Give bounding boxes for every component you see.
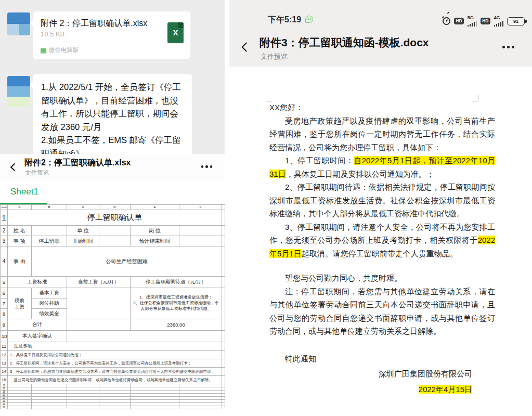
right-screenshot: 下午5:19 HD 5G HD 4G 91 附件3：停工留职通知函-模板.doc… xyxy=(229,0,532,416)
file-size: 10.5 KB xyxy=(41,30,183,38)
message-line: 1.从 2022/5/1 开始，全员签订《停工留职确认单》，目前经营困难，也没有… xyxy=(41,81,184,134)
status-time: 下午5:19 xyxy=(268,15,301,25)
left-screenshot: 附件 2：停工留职确认单.xlsx 10.5 KB X 微信电脑版 1.从 20… xyxy=(0,0,225,416)
document-body: XX您好： 受房地产政策趋严以及疫情肆虐的双重影响，公司当前生产经营困难，鉴于您… xyxy=(269,101,495,396)
wechat-icon xyxy=(305,16,313,23)
more-icon[interactable] xyxy=(502,46,514,48)
doc-title: 附件3：停工留职通知函-模板.docx xyxy=(259,35,429,50)
doc-paragraph: 受房地产政策趋严以及疫情肆虐的双重影响，公司当前生产经营困难，鉴于您所在岗位一定… xyxy=(269,114,495,154)
column-header-row: Excel AB CD EF xyxy=(1,205,225,210)
docx-preview-header: 下午5:19 HD 5G HD 4G 91 附件3：停工留职通知函-模板.doc… xyxy=(229,0,532,67)
table-row: 6 税前 工资 基本工资 1、按深圳市最低工资标准发放生活费； 2、社保公积金按… xyxy=(1,288,225,298)
more-icon[interactable] xyxy=(201,165,213,168)
table-row: 13 2、停工留职期间，请注意个人安全，公司将不再为您安排工作，您无须至公司办公… xyxy=(1,359,225,368)
hd-badge: HD xyxy=(481,18,490,24)
sheet-corner: Excel xyxy=(1,205,8,210)
table-row: 5 工资标准 当前工资（元/月） 停工留职期间待遇（元/月） xyxy=(1,277,225,288)
doc-paragraph: 3、停工留职期间，请注意个人安全，公司将不再为您安排工作，您无须至公司办公场所上… xyxy=(269,220,495,261)
table-row: 23 xyxy=(1,406,225,409)
doc-subtitle: 文件预览 xyxy=(261,52,288,61)
highlighted-text: 2022年4月15日 xyxy=(419,385,472,394)
spreadsheet: Excel AB CD EF 1 停工留职确认单 2 姓 名 单 位 岗 位 xyxy=(0,204,225,409)
wechat-chat-area: 附件 2：停工留职确认单.xlsx 10.5 KB X 微信电脑版 1.从 20… xyxy=(0,0,225,154)
table-row: 9 合计 2360.00 xyxy=(1,319,225,331)
doc-paragraph: XX您好： xyxy=(269,101,495,114)
back-icon[interactable] xyxy=(241,42,251,51)
excel-file-icon: X xyxy=(167,22,184,43)
doc-paragraph: 2、停工留职期间待遇：依据相关法律规定，停工留职期间按深圳市最低工资标准发放生活… xyxy=(269,180,495,220)
preview-subtitle: 文件预览 xyxy=(25,169,49,177)
table-row: 14 3、停工留职期间，若您需与其他单位建立劳动关系，请在与其他单位签署劳动合同… xyxy=(1,368,225,376)
chat-message-bubble: 1.从 2022/5/1 开始，全员签订《停工留职确认单》，目前经营困难，也没有… xyxy=(33,74,192,167)
signal-4g-icon: 4G xyxy=(494,16,504,27)
doc-date: 2022年4月15日 xyxy=(269,383,495,396)
table-row: 12 1、具体复工日期及安排以公司通知为准； xyxy=(1,351,225,359)
signal-5g-icon: 5G xyxy=(468,16,477,27)
xlsx-preview-header: 附件2：停工留职确认单.xlsx 文件预览 xyxy=(0,154,225,181)
doc-paragraph: 望您与公司勠力同心，共度时艰。 xyxy=(269,271,495,285)
preview-title: 附件2：停工留职确认单.xlsx xyxy=(24,158,131,168)
file-source-label: 微信电脑版 xyxy=(49,46,79,54)
doc-signature: 深圳广田集团股份有限公司 xyxy=(269,367,495,381)
wechat-desktop-icon xyxy=(41,48,46,53)
table-row: 10 本人签字确认 xyxy=(1,331,225,342)
hd-badge: HD xyxy=(454,18,463,24)
table-row: 3 事 项 停工留职 开始时间 预计结束时间 xyxy=(1,236,225,246)
file-attachment-card[interactable]: 附件 2：停工留职确认单.xlsx 10.5 KB X 微信电脑版 xyxy=(33,11,190,59)
back-icon[interactable] xyxy=(10,163,19,172)
table-row: 11 注意事项: xyxy=(1,342,225,351)
total-value: 2360.00 xyxy=(131,319,222,331)
avatar[interactable] xyxy=(7,12,30,35)
avatar[interactable] xyxy=(7,76,30,107)
divider xyxy=(41,43,183,43)
table-row: 15 且公司与您的劳动合同自您递交书面辞职申请、或与其他单位签订劳动合同，或与其… xyxy=(1,376,225,384)
doc-paragraph: 注：停工留职期间，若您需与其他单位建立劳动关系，请在与其他单位签署劳动合同前三天… xyxy=(269,285,495,338)
file-source: 微信电脑版 xyxy=(41,46,183,54)
doc-paragraph: 1、停工留职时间：自2022年5月1日起，预计至2022年10月31日，具体复工… xyxy=(269,154,495,180)
status-icons: HD 5G HD 4G 91 xyxy=(443,16,525,27)
file-name: 附件 2：停工留职确认单.xlsx xyxy=(41,18,183,29)
tab-sheet1[interactable]: Sheet1 xyxy=(10,187,38,197)
alarm-icon xyxy=(443,17,450,25)
battery-icon: 91 xyxy=(507,17,525,25)
sheet-tab-bar: Sheet1 xyxy=(0,181,225,204)
table-row: 4 事 由 公司生产经营困难 xyxy=(1,246,225,277)
table-row: 2 姓 名 单 位 岗 位 xyxy=(1,226,225,236)
sheet-title: 停工留职确认单 xyxy=(8,210,222,226)
doc-paragraph: 特此通知 xyxy=(269,352,495,366)
screenshot-pair: 附件 2：停工留职确认单.xlsx 10.5 KB X 微信电脑版 1.从 20… xyxy=(0,0,532,416)
table-row: 1 停工留职确认单 xyxy=(1,210,225,226)
